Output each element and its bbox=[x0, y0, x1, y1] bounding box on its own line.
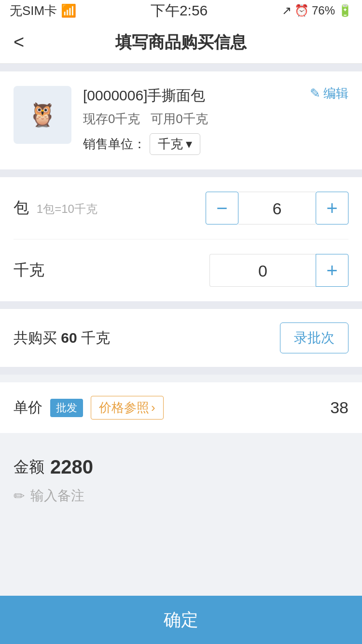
confirm-button[interactable]: 确定 bbox=[0, 596, 362, 644]
product-thumbnail: 🦉 bbox=[14, 86, 71, 144]
kg-input-group: 0 + bbox=[209, 254, 348, 287]
available-value: 可用0千克 bbox=[151, 112, 208, 126]
bao-label-group: 包 1包=10千克 bbox=[14, 197, 97, 219]
unit-label: 销售单位： bbox=[83, 136, 146, 153]
product-card: 🦉 [0000006]手撕面包 现存0千克 可用0千克 销售单位： 千克 ▾ ✎… bbox=[0, 71, 362, 169]
unit-value: 千克 bbox=[158, 136, 183, 153]
total-amount: 60 bbox=[61, 330, 81, 346]
back-button[interactable]: < bbox=[14, 32, 24, 53]
kg-value[interactable]: 0 bbox=[209, 254, 316, 287]
divider-1 bbox=[0, 64, 362, 71]
gps-icon: ↗ bbox=[282, 4, 292, 17]
bao-increment-button[interactable]: + bbox=[316, 192, 348, 224]
edit-button[interactable]: ✎ 编辑 bbox=[310, 85, 348, 102]
bao-label: 包 bbox=[14, 199, 29, 216]
price-reference-button[interactable]: 价格参照 › bbox=[91, 396, 164, 420]
remark-placeholder: 输入备注 bbox=[30, 487, 84, 505]
amount-section: 金额 2280 ✏ 输入备注 bbox=[0, 433, 362, 518]
input-section: 包 1包=10千克 − 6 + 千克 0 + bbox=[0, 177, 362, 301]
total-label: 共购买 60 千克 bbox=[14, 328, 110, 348]
product-unit-row: 销售单位： 千克 ▾ bbox=[83, 133, 348, 155]
bao-stepper: − 6 + bbox=[206, 192, 348, 224]
total-unit: 千克 bbox=[81, 330, 110, 346]
price-ref-arrow-icon: › bbox=[151, 400, 155, 415]
price-value: 38 bbox=[330, 398, 348, 417]
product-name: [0000006]手撕面包 bbox=[83, 86, 348, 106]
price-ref-label: 价格参照 bbox=[99, 399, 149, 416]
status-bar-left: 无SIM卡 📶 bbox=[10, 2, 76, 19]
product-stock: 现存0千克 可用0千克 bbox=[83, 111, 348, 127]
stock-text: 现存0千克 bbox=[83, 112, 140, 126]
status-bar-right: ↗ ⏰ 76% 🔋 bbox=[282, 4, 352, 17]
total-section: 共购买 60 千克 录批次 bbox=[0, 309, 362, 367]
price-label: 单价 bbox=[14, 398, 42, 418]
carrier-text: 无SIM卡 bbox=[10, 2, 57, 19]
price-tag-badge: 批发 bbox=[50, 399, 83, 417]
divider-2 bbox=[0, 169, 362, 177]
kg-increment-button[interactable]: + bbox=[316, 254, 348, 287]
product-logo-icon: 🦉 bbox=[28, 101, 57, 128]
price-section: 单价 批发 价格参照 › 38 bbox=[0, 382, 362, 433]
available-text bbox=[144, 112, 147, 126]
bao-value[interactable]: 6 bbox=[238, 192, 316, 224]
batch-button[interactable]: 录批次 bbox=[280, 322, 348, 353]
bao-decrement-button[interactable]: − bbox=[206, 192, 238, 224]
divider-4 bbox=[0, 367, 362, 375]
wifi-signal: 📶 bbox=[61, 3, 76, 18]
total-prefix: 共购买 bbox=[14, 330, 57, 346]
alarm-icon: ⏰ bbox=[294, 4, 309, 17]
amount-row: 金额 2280 bbox=[14, 447, 348, 478]
divider-3 bbox=[0, 301, 362, 309]
page-title: 填写商品购买信息 bbox=[115, 31, 247, 54]
bao-input-row: 包 1包=10千克 − 6 + bbox=[14, 177, 348, 239]
kg-label: 千克 bbox=[14, 261, 44, 279]
battery-text: 76% bbox=[312, 4, 335, 17]
amount-value: 2280 bbox=[50, 456, 93, 478]
status-bar-time: 下午2:56 bbox=[151, 1, 208, 21]
battery-icon: 🔋 bbox=[338, 4, 352, 17]
edit-label: 编辑 bbox=[323, 85, 348, 102]
product-info: [0000006]手撕面包 现存0千克 可用0千克 销售单位： 千克 ▾ bbox=[83, 86, 348, 155]
amount-label: 金额 bbox=[14, 457, 44, 478]
edit-icon: ✎ bbox=[310, 86, 320, 101]
remark-row[interactable]: ✏ 输入备注 bbox=[14, 478, 348, 518]
kg-input-row: 千克 0 + bbox=[14, 239, 348, 301]
price-row: 单价 批发 价格参照 › 38 bbox=[14, 396, 348, 420]
remark-icon: ✏ bbox=[14, 488, 25, 504]
unit-selector[interactable]: 千克 ▾ bbox=[150, 133, 200, 155]
bao-sublabel: 1包=10千克 bbox=[37, 202, 97, 215]
kg-label-group: 千克 bbox=[14, 260, 44, 281]
status-bar: 无SIM卡 📶 下午2:56 ↗ ⏰ 76% 🔋 bbox=[0, 0, 362, 21]
unit-chevron-icon: ▾ bbox=[186, 137, 192, 152]
nav-bar: < 填写商品购买信息 bbox=[0, 21, 362, 64]
